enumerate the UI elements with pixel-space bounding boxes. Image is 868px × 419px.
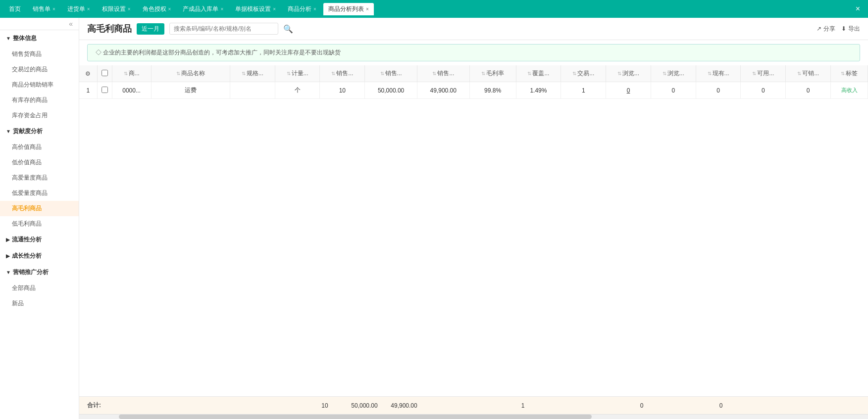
col-sales1[interactable]: ⇅销售... — [320, 65, 365, 82]
chevron-right-icon: ▶ — [6, 237, 10, 242]
sidebar-group-growth[interactable]: ▶ 成长性分析 — [0, 248, 79, 264]
cell-unit: 个 — [275, 82, 320, 99]
col-settings[interactable]: ⚙ — [79, 65, 97, 82]
col-view1[interactable]: ⇅浏览... — [606, 65, 651, 82]
cell-sales2: 50,000.00 — [365, 82, 417, 99]
nav-close-product-warehouse[interactable]: × — [220, 6, 223, 12]
sidebar-group-liquidity[interactable]: ▶ 流通性分析 — [0, 232, 79, 248]
sidebar-item-all-goods[interactable]: 全部商品 — [0, 280, 79, 296]
cell-stock2: 0 — [741, 82, 786, 99]
data-table: ⚙ ⇅商... ⇅商品名称 ⇅规格... ⇅计量... ⇅销售... ⇅销售..… — [79, 65, 868, 99]
content-header: 高毛利商品 近一月 🔍 ↗ 分享 ⬇ 导出 — [79, 18, 868, 40]
col-trade[interactable]: ⇅交易... — [561, 65, 606, 82]
col-gross-margin[interactable]: ⇅毛利率 — [469, 65, 516, 82]
cell-view2: 0 — [651, 82, 696, 99]
col-tag[interactable]: ⇅标签 — [831, 65, 868, 82]
sidebar-item-low-value[interactable]: 低价值商品 — [0, 155, 79, 170]
sidebar-item-in-stock-goods[interactable]: 有库存的商品 — [0, 93, 79, 108]
nav-close-permissions[interactable]: × — [128, 6, 131, 12]
sidebar-group-contribution[interactable]: ▼ 贡献度分析 — [0, 123, 79, 140]
sidebar-item-new-products[interactable]: 新品 — [0, 296, 79, 311]
sidebar-item-stock-capital[interactable]: 库存资金占用 — [0, 108, 79, 123]
col-sellable[interactable]: ⇅可销... — [786, 65, 831, 82]
content-area: 高毛利商品 近一月 🔍 ↗ 分享 ⬇ 导出 ◇ 企业的主要的利润都是这部分商品创… — [79, 18, 868, 419]
col-name[interactable]: ⇅商品名称 — [151, 65, 230, 82]
cell-tag: 高收入 — [831, 82, 868, 99]
sidebar-toggle-button[interactable]: « — [67, 20, 75, 28]
nav-item-product-analysis-list[interactable]: 商品分析列表 × — [323, 3, 374, 15]
search-icon[interactable]: 🔍 — [283, 24, 293, 34]
col-unit[interactable]: ⇅计量... — [275, 65, 320, 82]
sidebar-item-distribution-rate[interactable]: 商品分销助销率 — [0, 77, 79, 93]
search-input[interactable] — [169, 23, 278, 35]
cell-name[interactable]: 运费 — [151, 82, 230, 99]
nav-item-permissions[interactable]: 权限设置 × — [97, 3, 136, 15]
sidebar-item-sales-goods[interactable]: 销售货商品 — [0, 47, 79, 62]
cell-code[interactable]: 0000... — [112, 82, 151, 99]
nav-close-sales[interactable]: × — [52, 6, 55, 12]
nav-item-purchase[interactable]: 进货单 × — [62, 3, 95, 15]
data-table-container: ⚙ ⇅商... ⇅商品名称 ⇅规格... ⇅计量... ⇅销售... ⇅销售..… — [79, 65, 868, 396]
footer-spacer-2 — [424, 402, 463, 409]
cell-trade: 1 — [561, 82, 606, 99]
window-close-button[interactable]: × — [852, 2, 864, 15]
cell-checkbox[interactable] — [97, 82, 112, 99]
sidebar-item-traded-goods[interactable]: 交易过的商品 — [0, 62, 79, 77]
cell-sales1: 10 — [320, 82, 365, 99]
footer-spacer-3 — [463, 402, 503, 409]
nav-item-template-settings[interactable]: 单据模板设置 × — [230, 3, 281, 15]
row-checkbox[interactable] — [102, 87, 108, 93]
cell-index: 1 — [79, 82, 97, 99]
chevron-down-icon: ▼ — [6, 36, 11, 41]
scrollbar-thumb[interactable] — [119, 415, 592, 419]
cell-view1[interactable]: 0 — [606, 82, 651, 99]
view1-link[interactable]: 0 — [627, 87, 630, 94]
sidebar-item-high-love[interactable]: 高爱量度商品 — [0, 170, 79, 186]
export-button[interactable]: ⬇ 导出 — [841, 25, 860, 33]
footer-total-bar: 合计: 10 50,000.00 49,900.00 1 0 0 — [79, 396, 868, 414]
col-stock1[interactable]: ⇅现有... — [696, 65, 741, 82]
share-button[interactable]: ↗ 分享 — [817, 25, 835, 33]
col-sales3[interactable]: ⇅销售... — [417, 65, 469, 82]
nav-close-product-analysis-list[interactable]: × — [366, 6, 369, 12]
col-stock2[interactable]: ⇅可用... — [741, 65, 786, 82]
sidebar-item-high-value[interactable]: 高价值商品 — [0, 140, 79, 155]
footer-sales1: 10 — [305, 402, 345, 409]
header-actions: ↗ 分享 ⬇ 导出 — [817, 25, 860, 33]
info-banner: ◇ 企业的主要的利润都是这部分商品创造的，可考虑加大推广，同时关注库存是不要出现… — [87, 44, 860, 61]
nav-close-template-settings[interactable]: × — [273, 6, 276, 12]
filter-recent-month-button[interactable]: 近一月 — [137, 23, 164, 35]
col-coverage[interactable]: ⇅覆盖... — [516, 65, 561, 82]
cell-spec — [230, 82, 275, 99]
col-sales2[interactable]: ⇅销售... — [365, 65, 417, 82]
sidebar-group-overall[interactable]: ▼ 整体信息 — [0, 30, 79, 47]
share-icon: ↗ — [817, 25, 821, 32]
col-code[interactable]: ⇅商... — [112, 65, 151, 82]
sidebar-item-high-margin[interactable]: 高毛利商品 — [0, 201, 79, 216]
cell-sales3: 49,900.00 — [417, 82, 469, 99]
select-all-checkbox[interactable] — [102, 70, 108, 76]
footer-sellable: 0 — [701, 402, 741, 409]
col-checkbox[interactable] — [97, 65, 112, 82]
chevron-down-icon-2: ▼ — [6, 129, 11, 134]
col-spec[interactable]: ⇅规格... — [230, 65, 275, 82]
sidebar-item-low-love[interactable]: 低爱量度商品 — [0, 186, 79, 201]
sidebar-item-low-margin[interactable]: 低毛利商品 — [0, 216, 79, 232]
col-view2[interactable]: ⇅浏览... — [651, 65, 696, 82]
main-layout: « ▼ 整体信息 销售货商品 交易过的商品 商品分销助销率 有库存的商品 库存资… — [0, 18, 868, 419]
nav-item-product-analysis[interactable]: 商品分析 × — [283, 3, 321, 15]
sidebar: « ▼ 整体信息 销售货商品 交易过的商品 商品分销助销率 有库存的商品 库存资… — [0, 18, 79, 419]
nav-close-purchase[interactable]: × — [87, 6, 90, 12]
chevron-down-icon-3: ▼ — [6, 270, 11, 275]
nav-close-roles[interactable]: × — [168, 6, 171, 12]
footer-spacer-4 — [543, 402, 582, 409]
nav-item-home[interactable]: 首页 — [4, 3, 26, 15]
horizontal-scrollbar[interactable] — [79, 414, 868, 419]
footer-values: 10 50,000.00 49,900.00 1 0 0 — [127, 402, 860, 409]
cell-gross-margin: 99.8% — [469, 82, 516, 99]
sidebar-group-marketing[interactable]: ▼ 营销推广分析 — [0, 264, 79, 280]
nav-item-roles[interactable]: 角色授权 × — [138, 3, 176, 15]
nav-item-product-warehouse[interactable]: 产成品入库单 × — [178, 3, 228, 15]
nav-close-product-analysis[interactable]: × — [313, 6, 316, 12]
nav-item-sales[interactable]: 销售单 × — [28, 3, 60, 15]
